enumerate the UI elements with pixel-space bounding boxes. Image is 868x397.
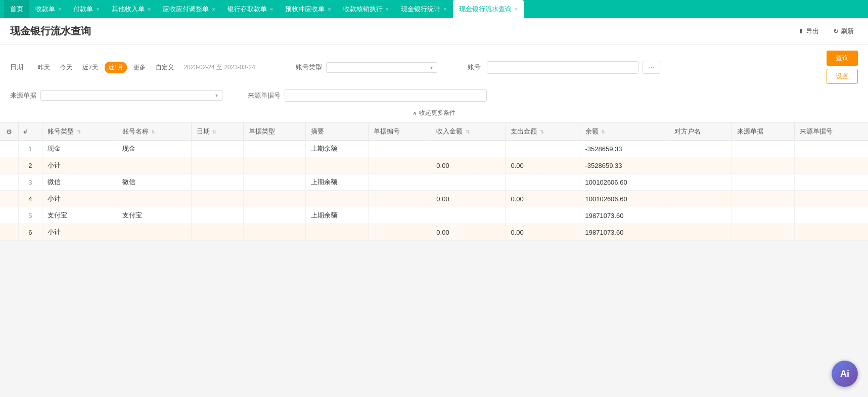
action-buttons: 查询 设置 xyxy=(827,51,858,84)
sort-icon: ⇅ xyxy=(77,129,81,135)
export-button[interactable]: ⬆ 导出 xyxy=(794,25,823,38)
close-icon[interactable]: × xyxy=(96,6,99,12)
header-actions: ⬆ 导出 ↻ 刷新 xyxy=(794,25,858,38)
account-type-label: 账号类型 xyxy=(296,63,322,72)
yesterday-btn[interactable]: 昨天 xyxy=(34,62,54,73)
close-icon[interactable]: × xyxy=(328,6,331,12)
account-dots-button[interactable]: ··· xyxy=(643,61,660,74)
doc-no-column-header: 单据编号 xyxy=(369,123,431,141)
expense-column-header[interactable]: 支出金额 ⇅ xyxy=(506,123,580,141)
page-title: 现金银行流水查询 xyxy=(10,24,91,38)
filter-row-2: 来源单据 ▾ 来源单据号 xyxy=(10,89,858,102)
source-doc-filter: 来源单据 ▾ xyxy=(10,90,222,101)
nav-home[interactable]: 首页 xyxy=(4,0,29,18)
close-icon[interactable]: × xyxy=(270,6,273,12)
query-button[interactable]: 查询 xyxy=(827,51,858,66)
sort-icon: ⇅ xyxy=(212,129,216,135)
sort-icon: ⇅ xyxy=(466,129,470,135)
source-doc-no-label: 来源单据号 xyxy=(248,91,281,100)
table-container: ⚙ # 账号类型 ⇅ 账号名称 ⇅ 日期 ⇅ 单据类型 摘要 xyxy=(0,123,868,241)
nav-tab-shoukuandan[interactable]: 收款单 × xyxy=(29,0,67,18)
doc-type-column-header: 单据类型 xyxy=(243,123,306,141)
account-type-select[interactable]: ▾ xyxy=(326,62,437,73)
income-column-header[interactable]: 收入金额 ⇅ xyxy=(431,123,506,141)
source-doc-no-filter: 来源单据号 xyxy=(248,89,487,102)
filter-area: 日期 昨天 今天 近7天 近1月 更多 自定义 2023-02-24 至 202… xyxy=(0,45,868,123)
counterparty-column-header: 对方户名 xyxy=(669,123,732,141)
more-btn[interactable]: 更多 xyxy=(130,62,149,73)
table-row: 1现金现金上期余额-3528659.33 xyxy=(0,141,868,157)
nav-tab-xianjinyinhang[interactable]: 现金银行统计 × xyxy=(395,0,452,18)
account-filter: 账号 ··· xyxy=(468,61,660,74)
sort-icon: ⇅ xyxy=(540,129,544,135)
nav-tab-yinhangcunqu[interactable]: 银行存取款单 × xyxy=(221,0,279,18)
account-name-column-header[interactable]: 账号名称 ⇅ xyxy=(117,123,191,141)
balance-column-header[interactable]: 余额 ⇅ xyxy=(580,123,669,141)
source-doc-label: 来源单据 xyxy=(10,91,36,100)
chevron-down-icon: ▾ xyxy=(215,93,218,98)
account-input[interactable] xyxy=(487,61,638,74)
account-label: 账号 xyxy=(468,63,483,72)
custom-btn[interactable]: 自定义 xyxy=(152,62,177,73)
chevron-down-icon: ▾ xyxy=(430,65,433,70)
nav-tab-liushui[interactable]: 现金银行流水查询 × xyxy=(453,0,524,18)
filter-row-1: 日期 昨天 今天 近7天 近1月 更多 自定义 2023-02-24 至 202… xyxy=(10,51,858,84)
table-header: ⚙ # 账号类型 ⇅ 账号名称 ⇅ 日期 ⇅ 单据类型 摘要 xyxy=(0,123,868,141)
close-icon[interactable]: × xyxy=(212,6,215,12)
page-header: 现金银行流水查询 ⬆ 导出 ↻ 刷新 xyxy=(0,18,868,45)
close-icon[interactable]: × xyxy=(443,6,446,12)
collapse-bar[interactable]: ∧ 收起更多条件 xyxy=(10,107,858,118)
idx-column-header: # xyxy=(18,123,42,141)
sort-icon: ⇅ xyxy=(151,129,155,135)
date-range: 2023-02-24 至 2023-03-24 xyxy=(184,63,255,72)
date-filter: 日期 昨天 今天 近7天 近1月 更多 自定义 2023-02-24 至 202… xyxy=(10,62,255,73)
nav-tab-yushou[interactable]: 预收冲应收单 × xyxy=(279,0,337,18)
source-doc-select[interactable]: ▾ xyxy=(40,90,222,101)
close-icon[interactable]: × xyxy=(148,6,151,12)
collapse-icon: ∧ xyxy=(413,110,417,117)
source-doc-column-header: 来源单据 xyxy=(732,123,795,141)
date-label: 日期 xyxy=(10,63,30,72)
date-shortcuts: 昨天 今天 近7天 近1月 更多 自定义 xyxy=(34,62,177,73)
nav-tab-shoukuanhexiao[interactable]: 收款核销执行 × xyxy=(337,0,395,18)
table-row: 6小计0.000.0019871073.60 xyxy=(0,224,868,241)
settings-button[interactable]: 设置 xyxy=(827,69,858,84)
refresh-button[interactable]: ↻ 刷新 xyxy=(829,25,858,38)
date-column-header[interactable]: 日期 ⇅ xyxy=(191,123,243,141)
today-btn[interactable]: 今天 xyxy=(57,62,76,73)
close-icon[interactable]: × xyxy=(386,6,389,12)
table-row: 4小计0.000.00100102606.60 xyxy=(0,191,868,207)
close-icon[interactable]: × xyxy=(515,6,518,12)
table-body: 1现金现金上期余额-3528659.332小计0.000.00-3528659.… xyxy=(0,141,868,241)
data-table: ⚙ # 账号类型 ⇅ 账号名称 ⇅ 日期 ⇅ 单据类型 摘要 xyxy=(0,123,868,241)
sort-icon: ⇅ xyxy=(601,129,605,135)
table-row: 5支付宝支付宝上期余额19871073.60 xyxy=(0,207,868,224)
nav-tab-fukuandan[interactable]: 付款单 × xyxy=(67,0,105,18)
last7-btn[interactable]: 近7天 xyxy=(79,62,102,73)
close-icon[interactable]: × xyxy=(58,6,61,12)
nav-tab-qitashouru[interactable]: 其他收入单 × xyxy=(106,0,157,18)
account-type-column-header[interactable]: 账号类型 ⇅ xyxy=(42,123,117,141)
gear-column-header[interactable]: ⚙ xyxy=(0,123,18,141)
refresh-icon: ↻ xyxy=(833,27,839,35)
table-row: 3微信微信上期余额100102606.60 xyxy=(0,174,868,191)
export-icon: ⬆ xyxy=(798,27,804,35)
source-doc-no-column-header: 来源单据号 xyxy=(795,123,868,141)
summary-column-header: 摘要 xyxy=(306,123,369,141)
source-doc-no-input[interactable] xyxy=(285,89,487,102)
last1m-btn[interactable]: 近1月 xyxy=(105,62,127,73)
account-type-filter: 账号类型 ▾ xyxy=(296,62,437,73)
table-row: 2小计0.000.00-3528659.33 xyxy=(0,157,868,174)
top-nav: 首页 收款单 × 付款单 × 其他收入单 × 应收应付调整单 × 银行存取款单 … xyxy=(0,0,868,18)
nav-tab-yingshouyingfu[interactable]: 应收应付调整单 × xyxy=(157,0,221,18)
